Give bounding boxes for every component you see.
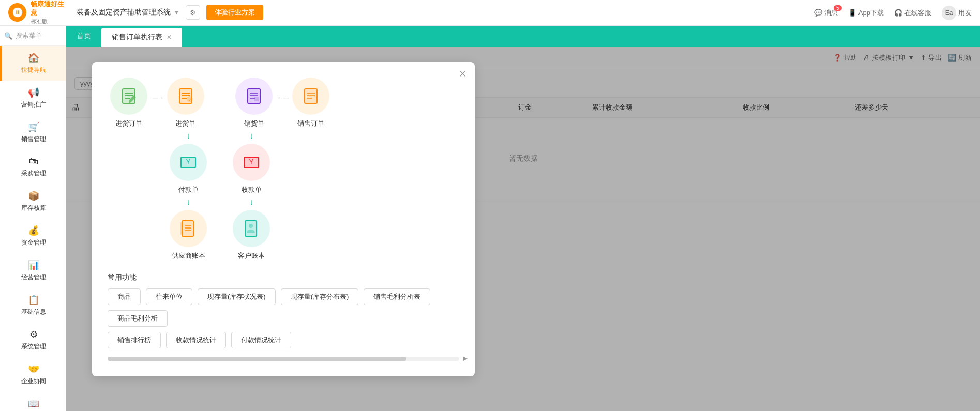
- sidebar-item-home[interactable]: 🏠 快捷导航: [0, 46, 66, 81]
- search-icon: 🔍: [4, 32, 12, 40]
- tab-bar: 首页 销售订单执行表 ✕: [66, 26, 980, 47]
- func-btn-stock-dist[interactable]: 现存量(库存分布表): [281, 288, 359, 305]
- customer-ledger-icon: [242, 219, 261, 238]
- sales-bill-node[interactable]: 销货单: [235, 78, 273, 128]
- sales-bill-label: 销货单: [244, 119, 264, 128]
- svg-rect-27: [305, 89, 317, 103]
- sidebar-item-guide[interactable]: 📖 新手引导: [0, 392, 66, 411]
- purchase-flow-row: 进货订单 - - - - →: [110, 78, 204, 128]
- receipt-icon: ¥: [242, 153, 261, 172]
- sidebar-item-basic[interactable]: 📋 基础信息: [0, 288, 66, 323]
- messages-button[interactable]: 💬 消息 5: [814, 8, 838, 18]
- sales-order-node[interactable]: 销售订单: [292, 78, 329, 128]
- svg-rect-35: [245, 221, 257, 236]
- common-functions: 常用功能 商品 往来单位 现存量(库存状况表) 现存量(库存分布表) 销售毛利分…: [108, 273, 459, 348]
- func-btn-receipt-stat[interactable]: 收款情况统计: [166, 332, 226, 348]
- tab-close-button[interactable]: ✕: [167, 34, 172, 41]
- sales-order-icon: [301, 87, 320, 105]
- common-buttons-row1: 商品 往来单位 现存量(库存状况表) 现存量(库存分布表) 销售毛利分析表 商品…: [108, 288, 459, 327]
- arrow-h1: - - - - →: [152, 94, 162, 112]
- purchase-order-icon: [119, 87, 138, 105]
- supplier-ledger-circle: [170, 210, 207, 247]
- purchase-icon: 🛍: [29, 156, 38, 167]
- user-menu-button[interactable]: Ea 用友: [942, 6, 972, 20]
- settings-button[interactable]: ⚙: [186, 5, 200, 20]
- func-btn-sales-rank[interactable]: 销售排行榜: [108, 332, 161, 348]
- sales-icon: 🛒: [28, 121, 39, 133]
- svg-rect-26: [254, 97, 259, 101]
- top-bar: 畅康通好生意 标准版 装备及固定资产辅助管理系统 ▼ ⚙ 体验行业方案 💬 消息…: [0, 0, 980, 26]
- modal-overlay: ✕: [66, 47, 980, 411]
- supplier-ledger-icon: [179, 219, 198, 238]
- svg-text:¥: ¥: [249, 158, 253, 166]
- message-badge: 5: [834, 5, 842, 11]
- online-service-button[interactable]: 🎧 在线客服: [894, 8, 931, 18]
- sidebar-item-system[interactable]: ⚙ 系统管理: [0, 323, 66, 357]
- svg-text:¥: ¥: [186, 158, 190, 166]
- purchase-bill-node[interactable]: ✓ 进货单: [167, 78, 204, 128]
- main-area: 🔍 搜索菜单 🏠 快捷导航 📢 营销推广 🛒 销售管理 🛍 采购管理 📦: [0, 26, 980, 411]
- sidebar-search[interactable]: 🔍 搜索菜单: [0, 26, 66, 46]
- home-icon: 🏠: [28, 52, 39, 64]
- sidebar-item-marketing[interactable]: 📢 营销推广: [0, 81, 66, 115]
- payment-icon: ¥: [179, 153, 198, 172]
- sales-bill-circle: [235, 78, 273, 115]
- receipt-circle: ¥: [233, 144, 270, 181]
- sales-order-circle: [292, 78, 329, 115]
- page-content: ❓ 帮助 🖨 按模板打印 ▼ ⬆ 导出 🔄 刷新: [66, 47, 980, 411]
- modal-scrollbar[interactable]: ▶: [108, 357, 459, 361]
- func-btn-goods[interactable]: 商品: [108, 288, 141, 305]
- purchase-bill-circle: ✓: [167, 78, 204, 115]
- logo-icon: [8, 3, 26, 22]
- svg-text:✓: ✓: [188, 98, 191, 102]
- tab-home[interactable]: 首页: [66, 26, 101, 47]
- sidebar-item-inventory[interactable]: 📦 库存核算: [0, 184, 66, 219]
- purchase-bill-label: 进货单: [175, 119, 195, 128]
- flow-diagram: 进货订单 - - - - →: [108, 78, 459, 261]
- sidebar-item-purchase[interactable]: 🛍 采购管理: [0, 150, 66, 184]
- func-btn-goods-profit[interactable]: 商品毛利分析: [108, 310, 168, 327]
- logo-sub: 标准版: [31, 18, 70, 25]
- finance-icon: 💰: [28, 225, 39, 236]
- scroll-right-arrow[interactable]: ▶: [463, 355, 468, 362]
- logo-main: 畅康通好生意: [31, 0, 70, 18]
- sidebar-item-finance[interactable]: 💰 资金管理: [0, 219, 66, 253]
- customer-ledger-node[interactable]: 客户账本: [233, 210, 270, 261]
- func-btn-payment-stat[interactable]: 付款情况统计: [231, 332, 291, 348]
- system-dropdown-arrow[interactable]: ▼: [174, 9, 179, 16]
- sidebar: 🔍 搜索菜单 🏠 快捷导航 📢 营销推广 🛒 销售管理 🛍 采购管理 📦: [0, 26, 66, 411]
- inventory-icon: 📦: [28, 190, 39, 202]
- purchase-order-node[interactable]: 进货订单: [110, 78, 147, 128]
- operation-icon: 📊: [28, 260, 39, 271]
- sales-bill-icon: [245, 87, 263, 105]
- purchase-order-circle: [110, 78, 147, 115]
- sidebar-item-cooperation[interactable]: 🤝 企业协同: [0, 357, 66, 392]
- modal-close-button[interactable]: ✕: [459, 68, 466, 80]
- func-btn-partner[interactable]: 往来单位: [146, 288, 192, 305]
- app-download-button[interactable]: 📱 App下载: [848, 8, 884, 18]
- system-name: 装备及固定资产辅助管理系统 ▼: [77, 8, 179, 17]
- trial-button[interactable]: 体验行业方案: [206, 5, 263, 20]
- right-flow-col: 销货单 ← - - - -: [233, 78, 332, 261]
- content-area: 首页 销售订单执行表 ✕ ❓ 帮助 🖨 按模板打印: [66, 26, 980, 411]
- customer-ledger-circle: [233, 210, 270, 247]
- logo-svg: [12, 7, 23, 18]
- logo-text: 畅康通好生意 标准版: [31, 0, 70, 25]
- func-btn-stock-status[interactable]: 现存量(库存状况表): [198, 288, 276, 305]
- modal-scrollbar-thumb: [108, 357, 406, 361]
- payment-node[interactable]: ¥ 付款单: [170, 144, 207, 194]
- marketing-icon: 📢: [28, 87, 39, 98]
- func-btn-sales-profit[interactable]: 销售毛利分析表: [364, 288, 430, 305]
- sidebar-item-operation[interactable]: 📊 经营管理: [0, 253, 66, 288]
- sidebar-item-sales[interactable]: 🛒 销售管理: [0, 115, 66, 150]
- sales-order-label: 销售订单: [297, 119, 324, 128]
- headset-icon: 🎧: [894, 9, 902, 17]
- system-icon: ⚙: [29, 329, 38, 340]
- tab-sales-order-exec[interactable]: 销售订单执行表 ✕: [101, 28, 182, 47]
- purchase-bill-icon: ✓: [176, 87, 195, 105]
- top-bar-right: 💬 消息 5 📱 App下载 🎧 在线客服 Ea 用友: [814, 6, 972, 20]
- receipt-node[interactable]: ¥ 收款单: [233, 144, 270, 194]
- svg-rect-15: [182, 221, 193, 236]
- supplier-ledger-label: 供应商账本: [172, 251, 205, 261]
- supplier-ledger-node[interactable]: 供应商账本: [170, 210, 207, 261]
